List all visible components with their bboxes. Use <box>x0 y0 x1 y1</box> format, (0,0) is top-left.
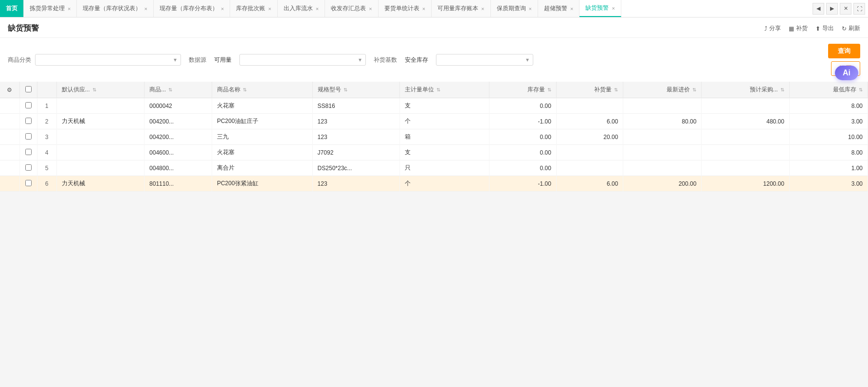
tab-inventory-status-close[interactable]: × <box>144 6 147 12</box>
tab-expiry-close[interactable]: × <box>529 6 532 12</box>
category-select[interactable]: ▾ <box>35 54 181 66</box>
ai-badge[interactable]: Ai <box>835 66 858 80</box>
tab-exception-label: 拣货异常处理 <box>30 4 65 13</box>
col-header-stock[interactable]: 库存量 ⇅ <box>489 82 557 98</box>
row-num: 3 <box>37 129 56 145</box>
row-gear-cell <box>0 129 19 145</box>
share-icon: ⤴ <box>764 25 767 32</box>
page-header: 缺货预警 ⤴ 分享 ▦ 补货 ⬆ 导出 ↻ 刷新 <box>0 18 868 38</box>
row-check-cell[interactable] <box>19 160 37 176</box>
col-header-check[interactable] <box>19 82 37 98</box>
col-header-latest-price[interactable]: 最新进价 ⇅ <box>623 82 702 98</box>
table-row: 3 004200... 三九 123 箱 0.00 20.00 10.00 <box>0 129 868 145</box>
row-check-cell[interactable] <box>19 98 37 114</box>
tab-demand-stat[interactable]: 要货单统计表 × <box>379 0 432 17</box>
row-check-cell[interactable] <box>19 176 37 192</box>
tab-overstock-close[interactable]: × <box>570 6 573 12</box>
tab-demand-stat-close[interactable]: × <box>422 6 425 12</box>
gear-settings-icon: ⚙ <box>7 87 12 93</box>
col-header-replenish[interactable]: 补货量 ⇅ <box>556 82 623 98</box>
replenish-base-select[interactable]: ▾ <box>436 54 533 66</box>
tab-overstock[interactable]: 超储预警 × <box>538 0 579 17</box>
row-gear-cell <box>0 160 19 176</box>
tab-exception[interactable]: 拣货异常处理 × <box>24 0 77 17</box>
tab-available-ledger-close[interactable]: × <box>481 6 484 12</box>
tab-overstock-label: 超储预警 <box>544 4 567 13</box>
row-supplier <box>56 129 145 145</box>
row-product-name: 离合片 <box>212 160 312 176</box>
row-check-cell[interactable] <box>19 114 37 129</box>
row-est-purchase <box>702 160 790 176</box>
tab-batch-close[interactable]: × <box>268 6 271 12</box>
row-replenish <box>556 145 623 160</box>
refresh-button[interactable]: ↻ 刷新 <box>842 24 860 33</box>
tab-exception-close[interactable]: × <box>68 6 71 12</box>
tab-inventory-dist[interactable]: 现存量（库存分布表） × <box>154 0 230 17</box>
row-checkbox[interactable] <box>25 149 32 155</box>
row-spec: SS816 <box>312 98 399 114</box>
row-est-purchase: 1200.00 <box>702 176 790 192</box>
tab-inventory-status[interactable]: 现存量（库存状况表） × <box>77 0 153 17</box>
tab-inout-flow-close[interactable]: × <box>316 6 319 12</box>
row-product-code: 004200... <box>145 129 212 145</box>
filter-bar: 商品分类 ▾ 数据源 可用量 ▾ 补货基数 安全库存 ▾ 查询 设置 <box>0 38 868 82</box>
row-checkbox[interactable] <box>25 118 32 124</box>
replenish-button[interactable]: ▦ 补货 <box>789 24 808 33</box>
row-check-cell[interactable] <box>19 145 37 160</box>
row-product-code: 004200... <box>145 114 212 129</box>
tab-expand-button[interactable]: ⛶ <box>853 3 865 15</box>
row-product-code: 004800... <box>145 160 212 176</box>
row-supplier <box>56 145 145 160</box>
export-button[interactable]: ⬆ 导出 <box>815 24 834 33</box>
min-stock-sort-icon: ⇅ <box>859 87 863 92</box>
tab-home[interactable]: 首页 <box>0 0 24 17</box>
col-header-product-name[interactable]: 商品名称 ⇅ <box>212 82 312 98</box>
row-min-stock: 1.00 <box>789 160 868 176</box>
col-header-min-stock[interactable]: 最低库存 ⇅ <box>789 82 868 98</box>
row-product-name: 火花塞 <box>212 145 312 160</box>
col-header-gear[interactable]: ⚙ <box>0 82 19 98</box>
row-supplier: 力天机械 <box>56 176 145 192</box>
replenish-icon: ▦ <box>789 25 794 32</box>
replenish-base-filter-group: 补货基数 安全库存 ▾ <box>374 54 533 66</box>
col-header-est-purchase[interactable]: 预计采购... ⇅ <box>702 82 790 98</box>
tab-receive-summary[interactable]: 收发存汇总表 × <box>325 0 378 17</box>
tab-next-button[interactable]: ▶ <box>826 3 838 15</box>
row-checkbox[interactable] <box>25 102 32 108</box>
tab-close-all-button[interactable]: ✕ <box>840 3 851 15</box>
tab-home-label: 首页 <box>6 4 18 13</box>
replenish-sort-icon: ⇅ <box>614 87 618 92</box>
col-header-supplier[interactable]: 默认供应... ⇅ <box>56 82 145 98</box>
row-product-name: PC200张紧油缸 <box>212 176 312 192</box>
row-latest-price <box>623 160 702 176</box>
tab-shortage-close[interactable]: × <box>612 5 615 11</box>
query-button[interactable]: 查询 <box>828 44 860 58</box>
row-checkbox[interactable] <box>25 180 32 186</box>
row-check-cell[interactable] <box>19 129 37 145</box>
row-num: 6 <box>37 176 56 192</box>
tab-batch[interactable]: 库存批次账 × <box>230 0 277 17</box>
col-latest-price-label: 最新进价 <box>667 86 690 93</box>
share-button[interactable]: ⤴ 分享 <box>764 24 781 33</box>
datasource-filter-group: 数据源 可用量 ▾ <box>189 54 366 66</box>
tab-shortage[interactable]: 缺货预警 × <box>579 0 621 17</box>
row-checkbox[interactable] <box>25 164 32 171</box>
tab-expiry[interactable]: 保质期查询 × <box>491 0 538 17</box>
tab-inventory-dist-close[interactable]: × <box>221 6 224 12</box>
tab-receive-summary-close[interactable]: × <box>369 6 372 12</box>
row-supplier: 力天机械 <box>56 114 145 129</box>
tab-inout-flow[interactable]: 出入库流水 × <box>278 0 325 17</box>
col-spec-label: 规格型号 <box>318 86 341 93</box>
datasource-select[interactable]: ▾ <box>239 54 366 66</box>
row-est-purchase: 480.00 <box>702 114 790 129</box>
row-product-code: 801110... <box>145 176 212 192</box>
tab-available-ledger[interactable]: 可用量库存账本 × <box>432 0 490 17</box>
col-header-product-code[interactable]: 商品... ⇅ <box>145 82 212 98</box>
row-checkbox[interactable] <box>25 133 32 140</box>
row-num: 5 <box>37 160 56 176</box>
tab-prev-button[interactable]: ◀ <box>813 3 824 15</box>
row-stock: -1.00 <box>489 176 557 192</box>
col-header-unit[interactable]: 主计量单位 ⇅ <box>399 82 489 98</box>
select-all-checkbox[interactable] <box>25 86 32 92</box>
col-header-spec[interactable]: 规格型号 ⇅ <box>312 82 399 98</box>
